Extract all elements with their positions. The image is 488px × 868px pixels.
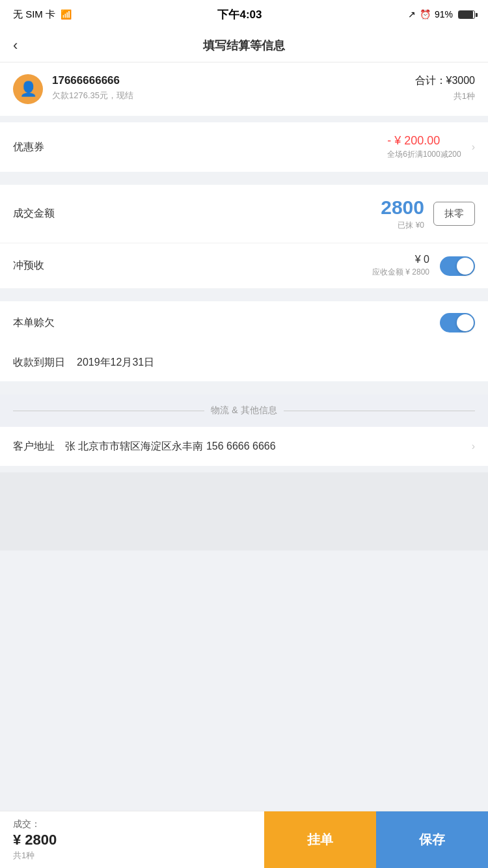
section-divider-2 — [0, 295, 488, 301]
address-row[interactable]: 客户地址 张 北京市市辖区海淀区永丰南 156 6666 6666 › — [0, 427, 488, 466]
coupon-row[interactable]: 优惠券 - ¥ 200.00 全场6折满1000减200 › — [0, 122, 488, 172]
address-chevron-icon: › — [472, 441, 475, 452]
customer-count: 共1种 — [415, 90, 476, 102]
main-content: 👤 17666666666 欠款1276.35元，现结 合计：¥3000 共1种… — [0, 62, 488, 609]
avatar: 👤 — [13, 74, 43, 104]
status-left: 无 SIM 卡 📶 — [13, 8, 72, 21]
section-divider-1 — [0, 178, 488, 185]
battery-icon — [458, 10, 475, 19]
battery-percent: 91% — [435, 9, 453, 20]
hang-button[interactable]: 挂单 — [264, 811, 376, 869]
due-date-label: 收款到期日 — [13, 356, 65, 370]
bottom-gray-area — [0, 472, 488, 550]
due-date-row: 收款到期日 2019年12月31日 — [0, 344, 488, 381]
alarm-icon: ⏰ — [420, 9, 431, 20]
precollect-row: 冲预收 ¥ 0 应收金额 ¥ 2800 — [0, 243, 488, 288]
customer-phone: 17666666666 — [52, 74, 133, 87]
amount-number: 2800 — [381, 197, 424, 219]
save-button[interactable]: 保存 — [376, 811, 488, 869]
coupon-label: 优惠券 — [13, 141, 44, 154]
bottom-count: 共1种 — [13, 850, 251, 861]
status-bar: 无 SIM 卡 📶 下午4:03 ↗ ⏰ 91% — [0, 0, 488, 29]
section-divider-3 — [0, 388, 488, 394]
precollect-amount: ¥ 0 — [372, 254, 429, 265]
back-button[interactable]: ‹ — [13, 38, 18, 53]
debt-toggle-knob — [457, 314, 474, 331]
customer-total: 合计：¥3000 — [415, 74, 476, 88]
address-label: 客户地址 — [13, 440, 55, 454]
coupon-desc: 全场6折满1000减200 — [387, 149, 461, 160]
carrier-text: 无 SIM 卡 — [13, 8, 55, 21]
due-date-value: 2019年12月31日 — [77, 356, 154, 370]
nav-bar: ‹ 填写结算等信息 — [0, 29, 488, 62]
precollect-toggle[interactable] — [440, 256, 475, 276]
customer-left: 👤 17666666666 欠款1276.35元，现结 — [13, 74, 133, 104]
status-time: 下午4:03 — [217, 7, 262, 22]
zero-button[interactable]: 抹零 — [433, 202, 475, 226]
coupon-right: - ¥ 200.00 全场6折满1000减200 › — [387, 134, 475, 160]
logistics-header-text: 物流 & 其他信息 — [211, 405, 277, 416]
debt-row: 本单赊欠 — [0, 301, 488, 344]
page-title: 填写结算等信息 — [203, 38, 285, 53]
bottom-bar: 成交： ¥ 2800 共1种 挂单 保存 — [0, 811, 488, 868]
coupon-section[interactable]: 优惠券 - ¥ 200.00 全场6折满1000减200 › — [0, 122, 488, 172]
header-line-left — [13, 411, 204, 411]
amount-right: 2800 已抹 ¥0 抹零 — [381, 197, 475, 231]
precollect-receivable: 应收金额 ¥ 2800 — [372, 267, 429, 278]
coupon-chevron-icon: › — [472, 141, 475, 153]
address-text: 张 北京市市辖区海淀区永丰南 156 6666 6666 — [65, 439, 468, 454]
bottom-deal-label: 成交： — [13, 819, 251, 830]
header-line-right — [284, 411, 475, 411]
bottom-info: 成交： ¥ 2800 共1种 — [0, 819, 264, 861]
wifi-icon: 📶 — [61, 9, 72, 20]
address-section[interactable]: 客户地址 张 北京市市辖区海淀区永丰南 156 6666 6666 › — [0, 427, 488, 466]
customer-section: 👤 17666666666 欠款1276.35元，现结 合计：¥3000 共1种 — [0, 62, 488, 116]
debt-label: 本单赊欠 — [13, 316, 55, 330]
precollect-values: ¥ 0 应收金额 ¥ 2800 — [372, 254, 429, 278]
coupon-value: - ¥ 200.00 — [387, 134, 461, 148]
customer-debt: 欠款1276.35元，现结 — [52, 90, 133, 102]
amount-section: 成交金额 2800 已抹 ¥0 抹零 冲预收 ¥ 0 应收金额 ¥ 2800 — [0, 185, 488, 288]
status-right: ↗ ⏰ 91% — [408, 9, 475, 20]
precollect-right: ¥ 0 应收金额 ¥ 2800 — [372, 254, 475, 278]
amount-sub: 已抹 ¥0 — [381, 220, 424, 231]
amount-label: 成交金额 — [13, 207, 55, 221]
amount-row: 成交金额 2800 已抹 ¥0 抹零 — [0, 185, 488, 243]
toggle-knob — [457, 258, 474, 275]
location-icon: ↗ — [408, 9, 416, 20]
logistics-header: 物流 & 其他信息 — [0, 394, 488, 427]
customer-right: 合计：¥3000 共1种 — [415, 74, 476, 102]
debt-section: 本单赊欠 收款到期日 2019年12月31日 — [0, 301, 488, 381]
debt-toggle[interactable] — [440, 313, 475, 332]
bottom-price: ¥ 2800 — [13, 832, 251, 848]
customer-info: 17666666666 欠款1276.35元，现结 — [52, 74, 133, 102]
precollect-label: 冲预收 — [13, 259, 44, 273]
